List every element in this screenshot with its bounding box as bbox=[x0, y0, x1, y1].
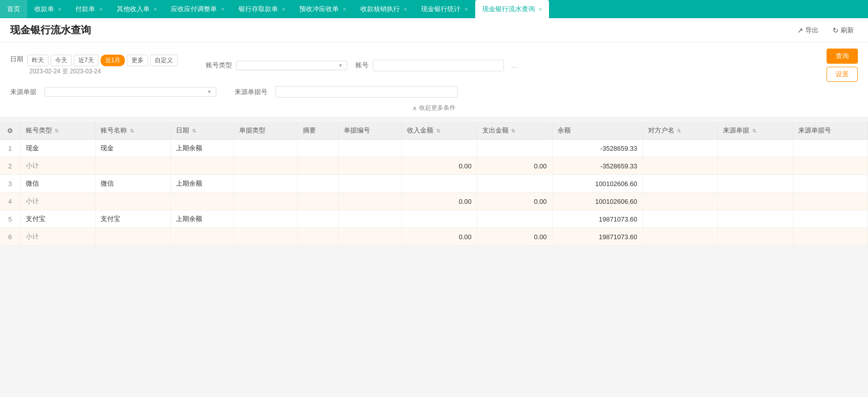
date-btn-today[interactable]: 今天 bbox=[51, 55, 72, 66]
doc-type-cell bbox=[234, 140, 297, 157]
settings-icon[interactable]: ⚙ bbox=[7, 127, 13, 135]
date-cell: 上期余额 bbox=[171, 140, 234, 157]
action-buttons: 查询 设置 bbox=[827, 49, 858, 82]
close-icon[interactable]: × bbox=[154, 0, 157, 18]
source-doc-label: 来源单据 bbox=[10, 87, 36, 97]
expense-cell: 0.00 bbox=[477, 193, 552, 210]
counter-party-cell bbox=[643, 228, 718, 246]
close-icon[interactable]: × bbox=[58, 0, 61, 18]
col-settings[interactable]: ⚙ bbox=[0, 122, 20, 140]
source-doc-no-cell bbox=[793, 228, 868, 246]
balance-cell: -3528659.33 bbox=[552, 140, 643, 157]
row-number-cell: 6 bbox=[0, 228, 20, 246]
source-doc-cell bbox=[718, 210, 793, 228]
table-area: ⚙ 账号类型 ⇅ 账号名称 ⇅ 日期 ⇅ 单据类型 摘要 bbox=[0, 122, 868, 246]
close-icon[interactable]: × bbox=[99, 0, 102, 18]
col-counter-party: 对方户名 ⇅ bbox=[643, 122, 718, 140]
account-input[interactable] bbox=[377, 62, 499, 69]
date-btn-yesterday[interactable]: 昨天 bbox=[27, 55, 49, 66]
date-cell bbox=[171, 157, 234, 175]
refresh-button[interactable]: ↻ 刷新 bbox=[829, 24, 858, 37]
expense-cell: 0.00 bbox=[477, 228, 552, 246]
top-nav: 首页 收款单 × 付款单 × 其他收入单 × 应收应付调整单 × 银行存取款单 … bbox=[0, 0, 868, 18]
account-type-cell: 小计 bbox=[20, 157, 96, 175]
sort-icon[interactable]: ⇅ bbox=[192, 128, 196, 134]
source-doc-no-cell bbox=[793, 140, 868, 157]
income-cell: 0.00 bbox=[402, 157, 477, 175]
account-name-cell: 支付宝 bbox=[96, 210, 171, 228]
account-name-cell: 微信 bbox=[96, 175, 171, 193]
close-icon[interactable]: × bbox=[282, 0, 285, 18]
close-icon[interactable]: × bbox=[221, 0, 224, 18]
expense-cell bbox=[477, 210, 552, 228]
close-icon[interactable]: × bbox=[465, 0, 468, 18]
sort-icon[interactable]: ⇅ bbox=[436, 128, 440, 134]
sort-icon[interactable]: ⇅ bbox=[511, 128, 515, 134]
nav-item-receipt-verify[interactable]: 收款核销执行 × bbox=[353, 0, 414, 18]
date-range-display: 2023-02-24 至 2023-03-24 bbox=[29, 67, 177, 76]
nav-item-receipt[interactable]: 收款单 × bbox=[27, 0, 68, 18]
query-button[interactable]: 查询 bbox=[827, 49, 858, 64]
balance-cell: -3528659.33 bbox=[552, 157, 643, 175]
summary-cell bbox=[297, 228, 338, 246]
export-button[interactable]: ↗ 导出 bbox=[793, 24, 823, 37]
close-icon[interactable]: × bbox=[343, 0, 346, 18]
close-icon[interactable]: × bbox=[404, 0, 407, 18]
sort-icon[interactable]: ⇅ bbox=[55, 128, 59, 134]
settings-button[interactable]: 设置 bbox=[827, 67, 858, 82]
source-doc-no-cell bbox=[793, 210, 868, 228]
doc-type-cell bbox=[234, 175, 297, 193]
data-table: ⚙ 账号类型 ⇅ 账号名称 ⇅ 日期 ⇅ 单据类型 摘要 bbox=[0, 122, 868, 246]
date-btn-more[interactable]: 更多 bbox=[127, 55, 148, 66]
source-doc-select[interactable]: ▼ bbox=[44, 87, 216, 97]
date-cell bbox=[171, 228, 234, 246]
sort-icon[interactable]: ⇅ bbox=[130, 128, 134, 134]
date-label: 日期 bbox=[10, 55, 23, 64]
income-cell bbox=[402, 175, 477, 193]
doc-type-cell bbox=[234, 228, 297, 246]
table-row: 3微信微信上期余额100102606.60 bbox=[0, 175, 868, 193]
summary-cell bbox=[297, 157, 338, 175]
counter-party-cell bbox=[643, 140, 718, 157]
nav-item-cash-bank-flow[interactable]: 现金银行流水查询 × bbox=[475, 0, 549, 18]
account-type-cell: 小计 bbox=[20, 193, 96, 210]
account-label: 账号 bbox=[355, 61, 369, 70]
account-type-select[interactable]: ▼ bbox=[236, 61, 347, 70]
sort-icon[interactable]: ⇅ bbox=[677, 128, 681, 134]
summary-cell bbox=[297, 193, 338, 210]
nav-item-bank-deposit[interactable]: 银行存取款单 × bbox=[232, 0, 292, 18]
source-doc-cell bbox=[718, 175, 793, 193]
col-summary: 摘要 bbox=[297, 122, 338, 140]
account-name-cell bbox=[96, 157, 171, 175]
date-btn-1month[interactable]: 近1月 bbox=[101, 55, 125, 66]
date-btn-7days[interactable]: 近7天 bbox=[74, 55, 99, 66]
income-cell bbox=[402, 210, 477, 228]
nav-item-cash-bank-stat[interactable]: 现金银行统计 × bbox=[414, 0, 475, 18]
source-doc-no-input[interactable] bbox=[280, 88, 453, 96]
source-doc-no-cell bbox=[793, 193, 868, 210]
counter-party-cell bbox=[643, 210, 718, 228]
collapse-more-conditions-button[interactable]: ∧ 收起更多条件 bbox=[10, 102, 858, 112]
summary-cell bbox=[297, 210, 338, 228]
export-icon: ↗ bbox=[797, 26, 803, 34]
nav-item-ar-ap-adjust[interactable]: 应收应付调整单 × bbox=[164, 0, 231, 18]
source-doc-no-label: 来源单据号 bbox=[235, 87, 267, 97]
nav-item-payment[interactable]: 付款单 × bbox=[68, 0, 109, 18]
date-cell bbox=[171, 193, 234, 210]
close-icon[interactable]: × bbox=[539, 0, 542, 18]
nav-item-home[interactable]: 首页 bbox=[0, 0, 27, 18]
nav-item-other-income[interactable]: 其他收入单 × bbox=[110, 0, 164, 18]
more-options-button[interactable]: ... bbox=[508, 61, 520, 70]
balance-cell: 19871073.60 bbox=[552, 228, 643, 246]
date-filter-group: 日期 昨天 今天 近7天 近1月 更多 自定义 2023-02-24 至 202… bbox=[10, 55, 177, 76]
doc-type-cell bbox=[234, 193, 297, 210]
table-row: 6小计0.000.0019871073.60 bbox=[0, 228, 868, 246]
filter-row-1: 日期 昨天 今天 近7天 近1月 更多 自定义 2023-02-24 至 202… bbox=[10, 49, 858, 82]
row-number-cell: 4 bbox=[0, 193, 20, 210]
table-row: 2小计0.000.00-3528659.33 bbox=[0, 157, 868, 175]
sort-icon[interactable]: ⇅ bbox=[752, 128, 756, 134]
row-number-cell: 5 bbox=[0, 210, 20, 228]
date-btn-custom[interactable]: 自定义 bbox=[150, 55, 177, 66]
filter-row-2: 来源单据 ▼ 来源单据号 bbox=[10, 86, 858, 98]
nav-item-prepay-offset[interactable]: 预收冲应收单 × bbox=[292, 0, 353, 18]
